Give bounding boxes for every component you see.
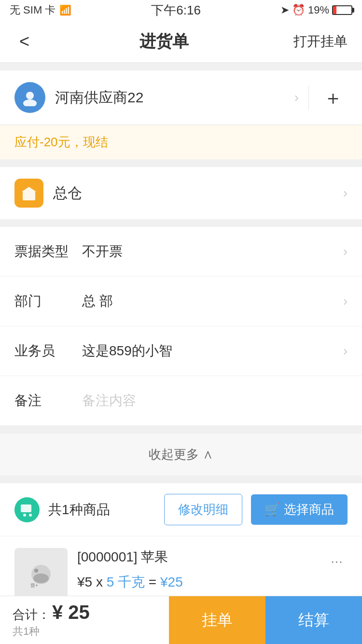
wifi-icon: 📶	[59, 4, 71, 16]
warehouse-row[interactable]: 总仓 ›	[0, 167, 362, 219]
status-right: ➤ ⏰ 19%	[280, 4, 352, 16]
warehouse-chevron-icon: ›	[343, 185, 348, 201]
svg-point-1	[23, 99, 37, 106]
chevron-right-icon: ›	[294, 90, 299, 105]
invoice-type-row[interactable]: 票据类型 不开票 ›	[0, 227, 362, 277]
invoice-type-value: 不开票	[82, 242, 338, 261]
collapse-more-button[interactable]: 收起更多 ∧	[0, 434, 362, 476]
invoice-type-chevron-icon: ›	[343, 244, 348, 259]
products-count-label: 共1种商品	[48, 501, 164, 519]
edit-detail-button[interactable]: 修改明细	[164, 494, 242, 525]
product-code: [0000001]	[77, 549, 138, 564]
status-left: 无 SIM 卡 📶	[10, 3, 71, 17]
total-count: 共1种	[13, 624, 156, 639]
remark-input[interactable]: 备注内容	[82, 392, 348, 410]
supplier-avatar	[14, 82, 45, 113]
department-row[interactable]: 部门 总 部 ›	[0, 277, 362, 326]
svg-rect-4	[21, 504, 31, 512]
product-unit: 千克	[118, 574, 145, 589]
salesman-label: 业务员	[14, 342, 82, 360]
svg-point-9	[33, 574, 49, 583]
alarm-icon: ⏰	[292, 4, 305, 16]
salesman-row[interactable]: 业务员 这是859的小智 ›	[0, 326, 362, 376]
products-section: 共1种商品 修改明细 🛒 选择商品 督+ [0000001] 苹果 ¥5 x	[0, 483, 362, 613]
supplier-row[interactable]: 河南供应商22 › ＋	[0, 70, 362, 125]
svg-marker-3	[22, 187, 36, 192]
form-section: 票据类型 不开票 › 部门 总 部 › 业务员 这是859的小智 › 备注 备注…	[0, 227, 362, 426]
location-icon: ➤	[280, 4, 289, 16]
product-qty: 5	[107, 574, 114, 589]
warehouse-icon	[14, 179, 43, 208]
product-info: [0000001] 苹果 ¥5 x 5 千克 = ¥25	[77, 548, 326, 591]
department-label: 部门	[14, 292, 82, 310]
nav-bar: < 进货单 打开挂单	[0, 20, 362, 63]
department-value: 总 部	[82, 292, 338, 310]
product-name: [0000001] 苹果	[77, 548, 326, 566]
svg-point-6	[29, 514, 32, 517]
battery-icon	[332, 5, 352, 15]
svg-point-5	[23, 514, 26, 517]
salesman-value: 这是859的小智	[82, 342, 338, 360]
department-chevron-icon: ›	[343, 294, 348, 309]
supplier-section: 河南供应商22 › ＋ 应付-20元，现结	[0, 70, 362, 159]
battery-percent: 19%	[308, 4, 329, 16]
status-bar: 无 SIM 卡 📶 下午6:16 ➤ ⏰ 19%	[0, 0, 362, 20]
page-title: 进货单	[139, 30, 189, 53]
product-total: ¥25	[160, 574, 183, 589]
total-row: 合计： ¥ 25	[13, 602, 156, 623]
product-price: ¥5	[77, 574, 92, 589]
select-product-icon: 🛒	[265, 502, 280, 517]
svg-text:督+: 督+	[30, 583, 38, 588]
select-product-button[interactable]: 🛒 选择商品	[251, 494, 348, 525]
product-title: 苹果	[141, 549, 168, 564]
payment-notice: 应付-20元，现结	[0, 125, 362, 159]
select-product-label: 选择商品	[284, 501, 334, 518]
bottom-bar: 合计： ¥ 25 共1种 挂单 结算	[0, 596, 362, 644]
products-cart-icon	[14, 497, 40, 522]
remark-label: 备注	[14, 392, 82, 410]
add-supplier-button[interactable]: ＋	[319, 84, 348, 111]
back-button[interactable]: <	[14, 27, 34, 56]
salesman-chevron-icon: ›	[343, 343, 348, 359]
product-thumbnail: 督+	[14, 548, 68, 601]
open-pending-button[interactable]: 打开挂单	[293, 32, 348, 51]
checkout-button[interactable]: 结算	[265, 596, 362, 644]
product-calculation: ¥5 x 5 千克 = ¥25	[77, 573, 326, 591]
total-amount: ¥ 25	[52, 602, 90, 623]
product-equals: =	[149, 574, 160, 589]
products-header: 共1种商品 修改明细 🛒 选择商品	[0, 483, 362, 536]
remark-row[interactable]: 备注 备注内容	[0, 376, 362, 426]
supplier-name: 河南供应商22	[55, 88, 290, 108]
svg-point-8	[34, 569, 38, 573]
total-section: 合计： ¥ 25 共1种	[0, 596, 169, 644]
invoice-type-label: 票据类型	[14, 242, 82, 261]
carrier-text: 无 SIM 卡	[10, 3, 56, 17]
suspend-button[interactable]: 挂单	[169, 596, 265, 644]
warehouse-name: 总仓	[53, 183, 338, 203]
status-time: 下午6:16	[151, 2, 201, 19]
product-multiply: x	[96, 574, 107, 589]
vertical-divider	[308, 85, 309, 110]
total-label: 合计：	[13, 606, 50, 623]
svg-point-0	[26, 92, 34, 99]
svg-rect-2	[23, 192, 35, 200]
product-more-button[interactable]: ···	[326, 548, 348, 574]
